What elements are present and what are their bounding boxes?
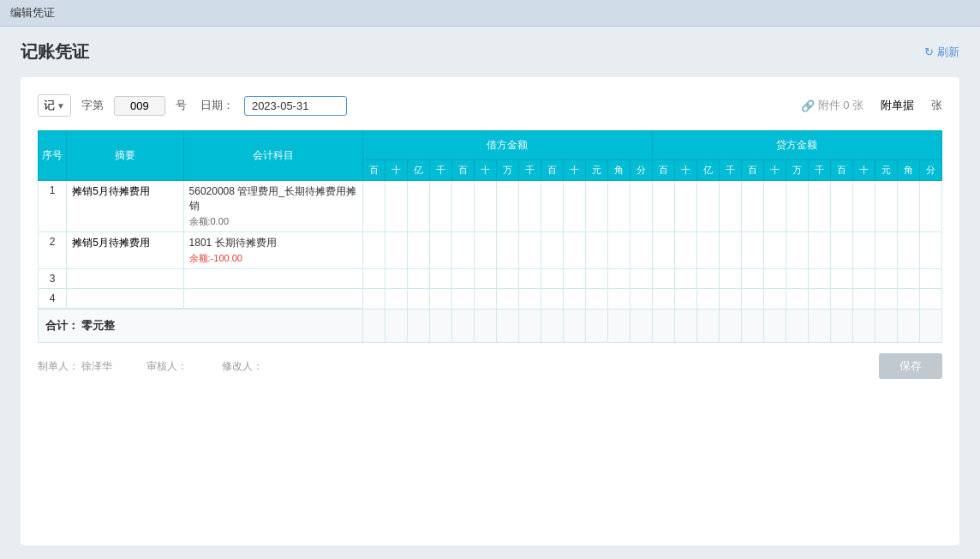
row-account-4[interactable] <box>183 289 362 310</box>
row3-credit-d11[interactable] <box>875 269 897 289</box>
row4-credit-d12[interactable] <box>897 289 919 310</box>
row-account-2[interactable]: 1801 长期待摊费用余额:-100.00 <box>183 232 362 269</box>
row2-credit-d9[interactable] <box>830 232 852 269</box>
row3-credit-d2[interactable] <box>674 269 696 289</box>
row4-debit-d4[interactable] <box>429 289 451 310</box>
row3-debit-d6[interactable] <box>474 269 496 289</box>
row1-credit-d11[interactable] <box>875 181 897 232</box>
row1-debit-d6[interactable] <box>474 181 496 232</box>
row4-debit-d5[interactable] <box>451 289 474 310</box>
row3-credit-d8[interactable] <box>808 269 830 289</box>
row3-credit-d12[interactable] <box>897 269 919 289</box>
row3-credit-d5[interactable] <box>741 269 763 289</box>
row1-credit-d12[interactable] <box>897 181 919 232</box>
row2-credit-d11[interactable] <box>875 232 897 269</box>
row3-debit-d9[interactable] <box>541 269 563 289</box>
row4-credit-d10[interactable] <box>852 289 875 310</box>
row2-credit-d10[interactable] <box>852 232 875 269</box>
row2-credit-d13[interactable] <box>919 232 941 269</box>
row1-credit-d9[interactable] <box>830 181 852 232</box>
row4-debit-d12[interactable] <box>607 289 630 310</box>
row3-credit-d13[interactable] <box>919 269 941 289</box>
row4-debit-d13[interactable] <box>630 289 652 310</box>
row4-credit-d8[interactable] <box>808 289 830 310</box>
save-button[interactable]: 保存 <box>879 353 942 379</box>
row1-credit-d6[interactable] <box>763 181 786 232</box>
row2-credit-d3[interactable] <box>696 232 719 269</box>
row4-credit-d6[interactable] <box>763 289 786 310</box>
row2-credit-d1[interactable] <box>652 232 674 269</box>
row3-debit-d7[interactable] <box>496 269 518 289</box>
row-summary-3[interactable] <box>67 269 183 289</box>
row2-debit-d8[interactable] <box>518 232 541 269</box>
row2-debit-d11[interactable] <box>585 232 607 269</box>
row3-credit-d3[interactable] <box>696 269 719 289</box>
row2-credit-d4[interactable] <box>719 232 741 269</box>
row2-credit-d5[interactable] <box>741 232 763 269</box>
row3-debit-d10[interactable] <box>563 269 585 289</box>
row1-credit-d5[interactable] <box>741 181 763 232</box>
row-summary-2[interactable]: 摊销5月待摊费用 <box>67 232 183 269</box>
row2-credit-d8[interactable] <box>808 232 830 269</box>
row-summary-1[interactable]: 摊销5月待摊费用 <box>67 181 183 232</box>
row4-debit-d7[interactable] <box>496 289 518 310</box>
row4-credit-d11[interactable] <box>875 289 897 310</box>
table-row[interactable]: 4 <box>39 289 942 310</box>
row4-debit-d6[interactable] <box>474 289 496 310</box>
row-account-1[interactable]: 56020008 管理费用_长期待摊费用摊销余额:0.00 <box>183 181 362 232</box>
row4-credit-d5[interactable] <box>741 289 763 310</box>
row1-debit-d2[interactable] <box>385 181 407 232</box>
row2-debit-d4[interactable] <box>429 232 451 269</box>
row1-debit-d11[interactable] <box>585 181 607 232</box>
row4-debit-d1[interactable] <box>362 289 385 310</box>
row4-debit-d8[interactable] <box>518 289 541 310</box>
row4-credit-d3[interactable] <box>696 289 719 310</box>
row3-debit-d1[interactable] <box>362 269 385 289</box>
row3-debit-d11[interactable] <box>585 269 607 289</box>
row2-credit-d6[interactable] <box>763 232 786 269</box>
row3-credit-d10[interactable] <box>852 269 875 289</box>
row3-debit-d2[interactable] <box>385 269 407 289</box>
row1-credit-d7[interactable] <box>786 181 808 232</box>
row1-credit-d1[interactable] <box>652 181 674 232</box>
table-row[interactable]: 1摊销5月待摊费用56020008 管理费用_长期待摊费用摊销余额:0.00 <box>39 181 942 232</box>
row2-debit-d7[interactable] <box>496 232 518 269</box>
row2-debit-d5[interactable] <box>451 232 474 269</box>
row3-debit-d12[interactable] <box>607 269 630 289</box>
row4-credit-d4[interactable] <box>719 289 741 310</box>
row4-debit-d9[interactable] <box>541 289 563 310</box>
row1-credit-d8[interactable] <box>808 181 830 232</box>
row3-debit-d5[interactable] <box>451 269 474 289</box>
row2-debit-d13[interactable] <box>630 232 652 269</box>
row2-debit-d3[interactable] <box>407 232 429 269</box>
row2-debit-d6[interactable] <box>474 232 496 269</box>
row4-credit-d1[interactable] <box>652 289 674 310</box>
row2-credit-d2[interactable] <box>674 232 696 269</box>
row1-debit-d4[interactable] <box>429 181 451 232</box>
row1-debit-d7[interactable] <box>496 181 518 232</box>
row4-credit-d7[interactable] <box>786 289 808 310</box>
row3-debit-d3[interactable] <box>407 269 429 289</box>
row1-credit-d13[interactable] <box>919 181 941 232</box>
table-row[interactable]: 2摊销5月待摊费用1801 长期待摊费用余额:-100.00 <box>39 232 942 269</box>
row3-debit-d8[interactable] <box>518 269 541 289</box>
row1-debit-d1[interactable] <box>362 181 385 232</box>
row4-credit-d13[interactable] <box>919 289 941 310</box>
row3-debit-d4[interactable] <box>429 269 451 289</box>
row1-credit-d4[interactable] <box>719 181 741 232</box>
row4-debit-d2[interactable] <box>385 289 407 310</box>
row2-debit-d1[interactable] <box>362 232 385 269</box>
row3-credit-d9[interactable] <box>830 269 852 289</box>
row1-debit-d9[interactable] <box>541 181 563 232</box>
row-account-3[interactable] <box>183 269 362 289</box>
row3-credit-d7[interactable] <box>786 269 808 289</box>
row2-debit-d9[interactable] <box>541 232 563 269</box>
row2-debit-d2[interactable] <box>385 232 407 269</box>
voucher-type-select[interactable]: 记 ▼ <box>38 94 71 117</box>
row4-credit-d2[interactable] <box>674 289 696 310</box>
date-input[interactable] <box>244 96 347 116</box>
row2-debit-d12[interactable] <box>607 232 630 269</box>
row1-debit-d5[interactable] <box>451 181 474 232</box>
refresh-button[interactable]: ↻ 刷新 <box>924 45 959 60</box>
row1-debit-d3[interactable] <box>407 181 429 232</box>
